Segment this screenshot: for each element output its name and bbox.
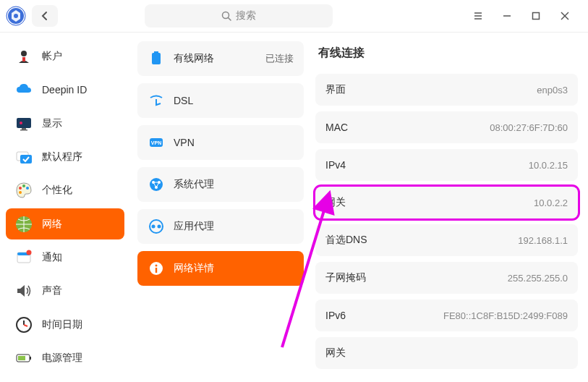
submenu-network-details[interactable]: 网络详情 bbox=[137, 251, 304, 286]
sidebar-item-power[interactable]: 电源管理 bbox=[6, 343, 124, 373]
sidebar-item-personalization[interactable]: 个性化 bbox=[6, 175, 124, 205]
detail-label: 网关 bbox=[325, 196, 346, 209]
svg-point-47 bbox=[158, 225, 161, 229]
svg-rect-50 bbox=[155, 268, 157, 273]
detail-value: 08:00:27:6F:7D:60 bbox=[490, 122, 568, 133]
network-icon bbox=[14, 215, 33, 234]
cloud-icon bbox=[14, 80, 33, 99]
svg-point-2 bbox=[14, 14, 18, 18]
window-controls bbox=[472, 10, 582, 22]
detail-value: 192.168.1.1 bbox=[518, 235, 568, 246]
submenu-label: DSL bbox=[174, 95, 193, 106]
svg-point-49 bbox=[155, 265, 158, 267]
dsl-icon bbox=[148, 92, 165, 109]
svg-point-12 bbox=[21, 51, 27, 56]
submenu-system-proxy[interactable]: 系统代理 bbox=[137, 167, 304, 202]
submenu-app-proxy[interactable]: 应用代理 bbox=[137, 209, 304, 244]
sidebar-item-notification[interactable]: 通知 bbox=[6, 242, 124, 273]
minimize-button[interactable] bbox=[501, 10, 513, 22]
svg-rect-33 bbox=[18, 356, 25, 360]
maximize-button[interactable] bbox=[530, 10, 542, 22]
detail-row-netmask: 子网掩码 255.255.255.0 bbox=[315, 262, 578, 294]
submenu-vpn[interactable]: VPN VPN bbox=[137, 125, 304, 160]
sidebar-item-label: 个性化 bbox=[42, 184, 72, 197]
svg-point-21 bbox=[22, 184, 25, 187]
detail-row-ipv4: IPv4 10.0.2.15 bbox=[315, 149, 578, 181]
svg-point-27 bbox=[27, 250, 32, 255]
svg-rect-15 bbox=[22, 128, 26, 130]
account-icon bbox=[14, 47, 33, 66]
submenu-dsl[interactable]: DSL bbox=[137, 83, 304, 118]
detail-row-gateway: 网关 10.0.2.2 bbox=[315, 187, 578, 218]
svg-rect-34 bbox=[152, 53, 161, 64]
svg-point-17 bbox=[20, 122, 22, 124]
battery-icon bbox=[14, 349, 33, 368]
svg-rect-19 bbox=[20, 155, 32, 164]
svg-point-23 bbox=[19, 191, 22, 194]
svg-point-38 bbox=[150, 178, 163, 191]
back-button[interactable] bbox=[32, 5, 58, 27]
system-proxy-icon bbox=[148, 176, 165, 193]
default-apps-icon bbox=[14, 148, 33, 166]
detail-label: 界面 bbox=[325, 83, 346, 96]
sidebar-item-deepin-id[interactable]: Deepin ID bbox=[6, 75, 124, 105]
sidebar-item-label: 电源管理 bbox=[42, 352, 82, 365]
svg-rect-32 bbox=[30, 357, 31, 360]
svg-rect-13 bbox=[22, 57, 25, 61]
display-icon bbox=[14, 114, 33, 133]
sidebar-item-sound[interactable]: 声音 bbox=[6, 276, 124, 306]
info-icon bbox=[148, 260, 165, 277]
detail-label: 首选DNS bbox=[325, 234, 367, 247]
detail-value: 255.255.255.0 bbox=[508, 273, 568, 284]
detail-panel: 有线连接 界面 enp0s3 MAC 08:00:27:6F:7D:60 IPv… bbox=[311, 33, 588, 382]
notification-icon bbox=[14, 248, 33, 267]
sidebar-item-network[interactable]: 网络 bbox=[6, 208, 124, 239]
close-button[interactable] bbox=[559, 10, 571, 22]
submenu-label: 网络详情 bbox=[174, 262, 214, 275]
sidebar-item-datetime[interactable]: 时间日期 bbox=[6, 309, 124, 339]
svg-point-20 bbox=[19, 187, 22, 190]
svg-rect-9 bbox=[533, 13, 540, 20]
detail-label: IPv6 bbox=[325, 310, 346, 321]
vpn-icon: VPN bbox=[148, 134, 165, 151]
detail-row-ipv6: IPv6 FE80::1C8F:B15D:2499:F089 bbox=[315, 300, 578, 331]
detail-label: MAC bbox=[325, 122, 348, 133]
detail-row-interface: 界面 enp0s3 bbox=[315, 74, 578, 106]
sidebar-item-label: 时间日期 bbox=[42, 318, 82, 331]
svg-point-22 bbox=[26, 187, 29, 190]
detail-label: 子网掩码 bbox=[325, 271, 366, 284]
detail-value: 10.0.2.2 bbox=[534, 198, 568, 208]
menu-button[interactable] bbox=[472, 10, 484, 22]
sidebar-item-label: Deepin ID bbox=[42, 84, 87, 96]
app-proxy-icon bbox=[148, 218, 165, 235]
sidebar-item-display[interactable]: 显示 bbox=[6, 109, 124, 139]
submenu-wired[interactable]: 有线网络 已连接 bbox=[137, 41, 304, 76]
detail-title: 有线连接 bbox=[315, 41, 578, 68]
connection-status: 已连接 bbox=[265, 52, 294, 65]
svg-rect-16 bbox=[20, 130, 27, 131]
detail-row-dns: 首选DNS 192.168.1.1 bbox=[315, 224, 578, 256]
titlebar: 搜索 bbox=[0, 0, 588, 33]
svg-text:VPN: VPN bbox=[151, 140, 161, 145]
submenu-label: 系统代理 bbox=[174, 178, 214, 191]
detail-value: 10.0.2.15 bbox=[529, 160, 568, 171]
sidebar-item-account[interactable]: 帐户 bbox=[6, 41, 124, 72]
sidebar-item-label: 显示 bbox=[42, 117, 62, 130]
svg-rect-35 bbox=[154, 51, 158, 54]
detail-value: FE80::1C8F:B15D:2499:F089 bbox=[443, 310, 568, 321]
submenu-label: VPN bbox=[174, 137, 195, 148]
sidebar-item-label: 网络 bbox=[42, 218, 62, 231]
network-submenu: 有线网络 已连接 DSL VPN VPN 系统代理 应用代理 bbox=[130, 33, 311, 382]
svg-line-4 bbox=[229, 18, 231, 21]
sidebar-item-label: 默认程序 bbox=[42, 150, 82, 164]
wired-icon bbox=[148, 50, 165, 67]
sidebar: 帐户 Deepin ID 显示 默认程序 个性化 bbox=[0, 33, 130, 382]
detail-label: IPv4 bbox=[325, 159, 346, 171]
app-icon bbox=[6, 6, 26, 26]
search-input[interactable]: 搜索 bbox=[145, 4, 333, 27]
sidebar-item-default-apps[interactable]: 默认程序 bbox=[6, 142, 124, 172]
sidebar-item-label: 声音 bbox=[42, 284, 62, 297]
svg-rect-14 bbox=[17, 118, 31, 128]
sidebar-item-label: 帐户 bbox=[42, 50, 62, 63]
detail-row-gateway6: 网关 bbox=[315, 337, 578, 369]
